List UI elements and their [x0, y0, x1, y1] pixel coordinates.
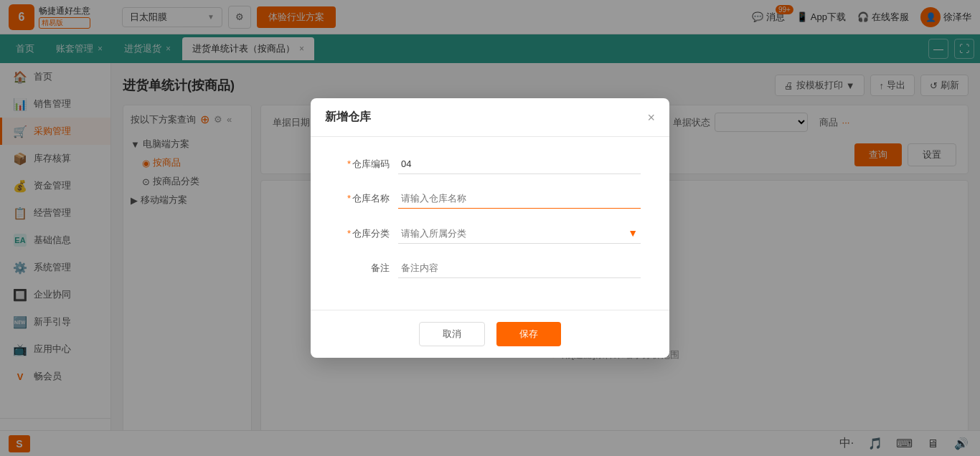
form-row-name: 仓库名称	[339, 189, 641, 209]
category-label: 仓库分类	[339, 227, 390, 240]
save-button[interactable]: 保存	[496, 322, 561, 346]
code-label: 仓库编码	[339, 158, 390, 171]
remark-input[interactable]	[398, 258, 641, 278]
modal-footer: 取消 保存	[311, 310, 669, 358]
category-input[interactable]	[401, 228, 628, 239]
form-row-category: 仓库分类 ▼	[339, 223, 641, 244]
modal-header: 新增仓库 ×	[311, 98, 669, 137]
remark-label: 备注	[339, 262, 390, 275]
form-row-remark: 备注	[339, 258, 641, 278]
cancel-button[interactable]: 取消	[419, 322, 485, 346]
modal-close-btn[interactable]: ×	[647, 111, 655, 124]
new-warehouse-modal: 新增仓库 × 仓库编码 仓库名称 仓库分类 ▼	[311, 98, 669, 358]
modal-title: 新增仓库	[325, 110, 371, 125]
name-input[interactable]	[398, 189, 641, 209]
modal-overlay: 新增仓库 × 仓库编码 仓库名称 仓库分类 ▼	[0, 0, 980, 456]
name-label: 仓库名称	[339, 192, 390, 205]
form-row-code: 仓库编码	[339, 154, 641, 174]
code-input[interactable]	[398, 154, 641, 174]
category-select-wrap[interactable]: ▼	[398, 223, 641, 244]
modal-body: 仓库编码 仓库名称 仓库分类 ▼ 备注	[311, 137, 669, 310]
category-dropdown-arrow[interactable]: ▼	[628, 227, 638, 239]
